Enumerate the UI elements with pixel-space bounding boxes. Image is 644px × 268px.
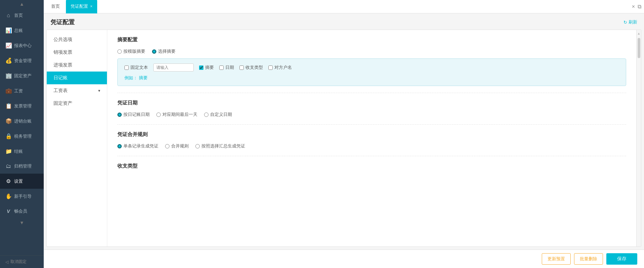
left-nav-label-purchase-invoice: 进项发票 [53, 62, 72, 68]
left-nav-label-journal: 日记账 [53, 75, 68, 81]
sidebar-item-archive[interactable]: 🗂 归档管理 [0, 159, 44, 174]
window-close-icon[interactable]: × [632, 4, 635, 10]
sidebar-item-close[interactable]: 📁 结账 [0, 144, 44, 159]
left-nav-label-sales-invoice: 销项发票 [53, 49, 72, 55]
sidebar-item-ledger[interactable]: 📊 总账 [0, 23, 44, 38]
radio-single-record[interactable]: 单条记录生成凭证 [117, 143, 158, 149]
checkbox-input-fixed-text[interactable] [124, 65, 129, 70]
radio-input-template-summary[interactable] [117, 49, 122, 54]
refresh-label: 刷新 [629, 19, 637, 25]
pin-icon: ◁ [5, 260, 8, 264]
left-nav-public-options[interactable]: 公共选项 [47, 33, 107, 46]
sidebar-scroll-up[interactable]: ▲ [0, 0, 44, 8]
funds-icon: 💰 [5, 57, 11, 64]
section-title-summary: 摘要配置 [117, 37, 626, 43]
sidebar-item-invoice-mgmt[interactable]: 📋 发票管理 [0, 98, 44, 114]
radio-by-journal-date[interactable]: 按日记账日期 [117, 111, 150, 118]
left-nav-label-payroll-table: 工资表 [53, 88, 68, 94]
section-title-income-type: 收支类型 [117, 163, 626, 169]
radio-custom-date[interactable]: 自定义日期 [204, 111, 232, 118]
preview-value: 摘要 [139, 75, 148, 80]
radio-input-single-record[interactable] [117, 144, 122, 148]
checkbox-input-date[interactable] [219, 65, 224, 70]
sidebar-item-home[interactable]: ⌂ 首页 [0, 8, 44, 23]
archive-icon: 🗂 [5, 163, 11, 169]
sidebar-item-purchase-sales[interactable]: 📦 进销台账 [0, 114, 44, 129]
radio-input-custom-date[interactable] [204, 113, 209, 117]
sidebar-item-payroll[interactable]: 💼 工资 [0, 83, 44, 98]
refresh-icon: ↻ [623, 20, 627, 25]
left-nav-purchase-invoice[interactable]: 进项发票 [47, 59, 107, 72]
tab-voucher-config[interactable]: 凭证配置 × [66, 0, 97, 13]
radio-input-select-summary[interactable] [152, 49, 156, 54]
sidebar-label-purchase-sales: 进销台账 [14, 118, 32, 124]
checkbox-income-type[interactable]: 收支类型 [239, 64, 263, 71]
radio-select-summary[interactable]: 选择摘要 [152, 48, 176, 54]
section-voucher-merge: 凭证合并规则 单条记录生成凭证 合并规则 按照选择汇总生成凭证 [117, 131, 626, 156]
ledger-icon: 📊 [5, 27, 11, 34]
radio-input-by-journal-date[interactable] [117, 113, 122, 117]
save-button[interactable]: 保存 [606, 253, 637, 265]
tab-home[interactable]: 首页 [46, 0, 65, 13]
scrollbar-track[interactable]: ▲ [636, 30, 641, 247]
sidebar-item-guide[interactable]: ✋ 新手引导 [0, 189, 44, 204]
sidebar-item-vip[interactable]: V 畅会员 [0, 204, 44, 219]
checkbox-date[interactable]: 日期 [219, 64, 234, 71]
checkbox-counterpart-name[interactable]: 对方户名 [268, 64, 292, 71]
radio-input-by-selection[interactable] [195, 144, 200, 148]
sidebar-item-funds[interactable]: 💰 资金管理 [0, 53, 44, 68]
payroll-icon: 💼 [5, 88, 11, 94]
checkbox-label-counterpart-name: 对方户名 [274, 64, 292, 71]
invoice-icon: 📋 [5, 103, 11, 109]
radio-label-by-journal-date: 按日记账日期 [123, 111, 150, 118]
radio-input-last-day[interactable] [156, 113, 161, 117]
sidebar-label-settings: 设置 [14, 178, 23, 184]
radio-input-merge-rule[interactable] [165, 144, 169, 148]
sidebar-item-reports[interactable]: 📈 报表中心 [0, 38, 44, 53]
sidebar-label-ledger: 总账 [14, 28, 23, 34]
preview-text: 例如： 摘要 [124, 75, 619, 81]
radio-merge-rule[interactable]: 合并规则 [165, 143, 189, 149]
radio-template-summary[interactable]: 按模版摘要 [117, 48, 145, 54]
left-nav-fixed-assets[interactable]: 固定资产 [47, 97, 107, 110]
section-summary-config: 摘要配置 按模版摘要 选择摘要 [117, 37, 626, 93]
cancel-pin-label: 取消固定 [10, 259, 27, 265]
scroll-thumb[interactable] [638, 38, 640, 58]
checkbox-input-income-type[interactable] [239, 65, 244, 70]
sidebar-label-payroll: 工资 [14, 88, 23, 94]
left-nav-journal[interactable]: 日记账 [47, 72, 107, 84]
guide-icon: ✋ [5, 193, 11, 199]
radio-label-template-summary: 按模版摘要 [123, 48, 145, 54]
sidebar-item-settings[interactable]: ⚙ 设置 [0, 174, 44, 189]
refresh-button[interactable]: ↻ 刷新 [623, 19, 637, 25]
right-panel: 摘要配置 按模版摘要 选择摘要 [107, 30, 636, 247]
reports-icon: 📈 [5, 42, 11, 49]
left-nav-payroll-table[interactable]: 工资表 ▾ [47, 84, 107, 97]
summary-box: 固定文本 摘要 日期 [117, 58, 626, 86]
sidebar-item-tax[interactable]: 🔒 税务管理 [0, 129, 44, 144]
window-restore-icon[interactable]: ⧉ [638, 4, 641, 10]
left-nav: 公共选项 销项发票 进项发票 日记账 工资表 ▾ 固定资产 [47, 30, 107, 247]
tab-bar-actions: × ⧉ [632, 4, 641, 10]
radio-label-single-record: 单条记录生成凭证 [123, 143, 158, 149]
checkbox-fixed-text[interactable]: 固定文本 [124, 64, 148, 71]
batch-delete-button[interactable]: 批量删除 [574, 253, 603, 265]
radio-by-selection[interactable]: 按照选择汇总生成凭证 [195, 143, 245, 149]
checkbox-label-income-type: 收支类型 [245, 64, 263, 71]
scroll-up-arrow[interactable]: ▲ [637, 30, 641, 37]
section-title-voucher-merge: 凭证合并规则 [117, 131, 626, 138]
radio-last-day-of-period[interactable]: 对应期间最后一天 [156, 111, 197, 118]
page-title: 凭证配置 [50, 18, 75, 26]
checkbox-summary[interactable]: 摘要 [199, 64, 214, 71]
fixed-text-input[interactable] [153, 63, 194, 72]
main-area: 首页 凭证配置 × × ⧉ 凭证配置 ↻ 刷新 公共选项 [44, 0, 644, 268]
sidebar-item-fixed-assets[interactable]: 🏢 固定资产 [0, 68, 44, 83]
update-preview-button[interactable]: 更新预置 [542, 253, 571, 265]
sidebar-cancel-pin[interactable]: ◁ 取消固定 [0, 255, 44, 268]
tab-close-icon[interactable]: × [90, 4, 92, 9]
checkbox-input-summary[interactable] [199, 65, 203, 70]
radio-label-merge-rule: 合并规则 [171, 143, 189, 149]
checkbox-input-counterpart-name[interactable] [268, 65, 273, 70]
sidebar-scroll-down[interactable]: ▼ [0, 219, 44, 227]
left-nav-sales-invoice[interactable]: 销项发票 [47, 46, 107, 59]
